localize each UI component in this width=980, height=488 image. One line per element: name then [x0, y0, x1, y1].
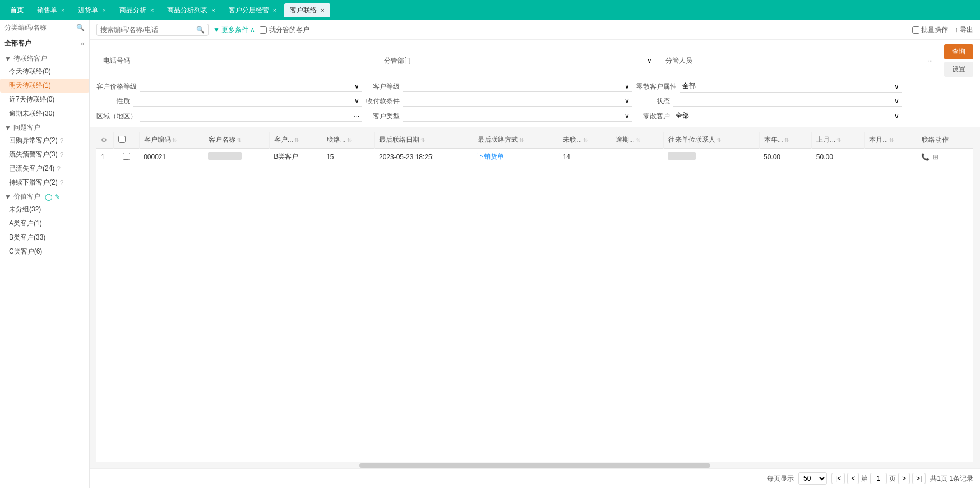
sidebar-item-b-class[interactable]: B类客户(33): [0, 231, 89, 245]
field-scattered-attr-select[interactable]: 全部 ∨: [680, 80, 902, 93]
my-customer-checkbox[interactable]: [260, 26, 267, 34]
query-button[interactable]: 查询: [944, 44, 973, 59]
field-customer-level-select[interactable]: ∨: [403, 81, 631, 92]
prev-page-btn[interactable]: <: [847, 473, 859, 484]
nav-tab-3[interactable]: 商品分析列表 ×: [161, 3, 220, 17]
field-phone-label: 电话号码: [96, 56, 130, 66]
field-dept-select[interactable]: ∨: [414, 56, 654, 66]
sidebar-item-today[interactable]: 今天待联络(0): [0, 65, 89, 79]
sidebar-item-overdue[interactable]: 逾期未联络(30): [0, 107, 89, 121]
th-this-month: 本月... ⇅: [865, 132, 917, 149]
sort-icon: ⇅: [420, 137, 425, 143]
filter-row-2: 客户价格等级 ∨ 客户等级 ∨ 零散客户属性 全部 ∨: [96, 80, 973, 93]
group-label-value: ▼ 价值客户 ◯ ✎: [0, 190, 89, 202]
sidebar-item-ungrouped[interactable]: 未分组(32): [0, 202, 89, 217]
grid-icon[interactable]: ⊞: [933, 153, 939, 161]
nav-tab-4[interactable]: 客户分层经营 ×: [223, 3, 282, 17]
query-setting: 查询 设置: [944, 44, 973, 77]
nav-tab-5[interactable]: 客户联络 ×: [284, 3, 330, 17]
ellipsis-icon: ···: [927, 57, 933, 65]
next-page-btn[interactable]: >: [898, 473, 910, 484]
search-input[interactable]: [100, 26, 194, 34]
more-filter-btn[interactable]: ▼ 更多条件 ∧: [213, 25, 255, 35]
sidebar-item-churned[interactable]: 已流失客户(24) ?: [0, 162, 89, 176]
batch-checkbox[interactable]: [912, 26, 919, 34]
help-icon: ?: [60, 179, 64, 187]
sidebar-item-c-class[interactable]: C类客户(6): [0, 245, 89, 259]
chevron-down-icon: ∨: [625, 82, 630, 90]
settings-icon[interactable]: ⚙: [101, 136, 107, 144]
sidebar-item-churn-warning[interactable]: 流失预警客户(3) ?: [0, 148, 89, 162]
scrollbar-thumb[interactable]: [359, 463, 710, 468]
export-btn[interactable]: ↑ 导出: [955, 25, 973, 35]
field-region-select[interactable]: ···: [140, 111, 362, 122]
sidebar-search-input[interactable]: [4, 24, 74, 31]
export-icon: ↑: [955, 26, 958, 34]
edit-icon[interactable]: ✎: [54, 193, 60, 201]
setting-button[interactable]: 设置: [944, 62, 973, 77]
td-contacts: 15: [322, 149, 375, 165]
page-label: 第: [861, 474, 868, 484]
sidebar-item-repurchase-abnormal[interactable]: 回购异常客户(2) ?: [0, 133, 89, 148]
close-icon[interactable]: ×: [321, 7, 324, 13]
field-nature-label: 性质: [96, 96, 130, 106]
close-icon[interactable]: ×: [211, 7, 215, 13]
close-icon[interactable]: ×: [102, 7, 105, 13]
field-price-level-select[interactable]: ∨: [140, 81, 362, 92]
page-input[interactable]: [870, 473, 887, 484]
field-dept-label: 分管部门: [377, 56, 411, 66]
batch-op-btn[interactable]: 批量操作: [912, 25, 948, 35]
close-icon[interactable]: ×: [150, 7, 154, 13]
sidebar-item-a-class[interactable]: A类客户(1): [0, 217, 89, 231]
all-customers-label[interactable]: 全部客户 «: [0, 35, 89, 52]
page-unit: 页: [889, 474, 896, 484]
group-label-pending: ▼ 待联络客户: [0, 52, 89, 65]
sidebar-item-declining[interactable]: 持续下滑客户(2) ?: [0, 176, 89, 190]
page-size-label: 每页显示: [767, 474, 794, 484]
collapse-icon: «: [81, 40, 85, 48]
row-checkbox[interactable]: [123, 153, 130, 160]
field-payment-select[interactable]: ∨: [403, 96, 631, 107]
field-phone-input[interactable]: [133, 56, 373, 66]
search-icon[interactable]: 🔍: [76, 24, 85, 31]
sidebar-item-tomorrow[interactable]: 明天待联络(1): [0, 79, 89, 93]
field-nature-select[interactable]: ∨: [133, 96, 362, 107]
page-size-select[interactable]: 50 100 200: [798, 472, 827, 485]
field-customer-type-select[interactable]: ∨: [403, 111, 631, 122]
last-method-link[interactable]: 下销货单: [477, 153, 504, 160]
td-action: 📞 ⊞: [917, 149, 973, 165]
td-index: 1: [96, 149, 113, 165]
chevron-down-icon: ∨: [894, 97, 899, 105]
sidebar-item-7days[interactable]: 近7天待联络(0): [0, 93, 89, 107]
field-scattered-customer: 零散客户 全部 ∨: [636, 110, 902, 122]
field-customer-type-label: 客户类型: [366, 112, 400, 121]
phone-icon[interactable]: 📞: [921, 153, 930, 161]
field-status-select[interactable]: ∨: [673, 96, 902, 107]
field-scattered-customer-select[interactable]: 全部 ∨: [673, 110, 902, 122]
triangle-icon: ▼: [4, 55, 11, 63]
field-manager-label: 分管人员: [659, 56, 692, 66]
filter-row-4: 区域（地区） ··· 客户类型 ∨ 零散客户 全部 ∨: [96, 110, 973, 122]
search-icon[interactable]: 🔍: [196, 26, 205, 34]
nav-tab-0[interactable]: 销售单 ×: [31, 3, 70, 17]
sort-icon: ⇅: [716, 137, 721, 143]
close-icon[interactable]: ×: [61, 7, 64, 13]
last-page-btn[interactable]: >|: [912, 473, 926, 484]
nav-tab-1[interactable]: 进货单 ×: [72, 3, 111, 17]
nav-tab-2[interactable]: 商品分析 ×: [114, 3, 159, 17]
select-all-checkbox[interactable]: [118, 136, 126, 143]
content-area: 🔍 ▼ 更多条件 ∧ 我分管的客户 批量操作 ↑ 导出: [90, 20, 980, 488]
sort-icon: ⇅: [294, 137, 299, 143]
first-page-btn[interactable]: |<: [831, 473, 845, 484]
group-icons[interactable]: ◯: [45, 193, 52, 201]
sort-icon: ⇅: [889, 137, 894, 143]
filter-bar: 🔍 ▼ 更多条件 ∧ 我分管的客户 批量操作 ↑ 导出: [90, 20, 980, 40]
field-manager-select[interactable]: ···: [696, 56, 935, 66]
horizontal-scrollbar[interactable]: [96, 462, 973, 468]
sort-icon: ⇅: [347, 137, 352, 143]
th-checkbox: [113, 132, 139, 149]
field-customer-level-label: 客户等级: [366, 82, 400, 91]
close-icon[interactable]: ×: [273, 7, 276, 13]
nav-home[interactable]: 首页: [4, 3, 29, 17]
td-last-date: 2023-05-23 18:25:: [375, 149, 473, 165]
